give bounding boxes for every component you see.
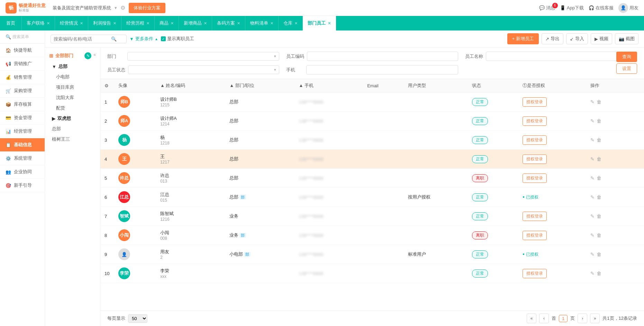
dept-item-project-storage[interactable]: 项目库房 [45, 82, 100, 92]
delete-button[interactable]: 🗑 [597, 137, 601, 143]
dept-item-headquarters-parent[interactable]: ▼ 总部 [45, 61, 100, 72]
add-employee-button[interactable]: + 新增员工 [507, 33, 539, 44]
filter-dept-select[interactable]: ▾ [127, 52, 279, 61]
edit-button[interactable]: ✎ [590, 271, 595, 276]
delete-button[interactable]: 🗑 [597, 194, 601, 200]
message-button[interactable]: 💬 消息 6 [539, 5, 555, 11]
video-button[interactable]: ▶ 视频 [591, 33, 612, 44]
delete-button[interactable]: 🗑 [597, 118, 601, 124]
sidebar-item-collab[interactable]: 👥 企业协同 [0, 165, 45, 179]
authorize-button[interactable]: 授权登录 [523, 116, 547, 126]
authorize-button[interactable]: 授权登录 [523, 174, 547, 183]
per-page-select[interactable]: 50 100 200 [128, 314, 147, 323]
tab-profit[interactable]: 利润报告 ✕ [88, 16, 121, 30]
show-resigned-toggle[interactable]: ✓ 显示离职员工 [161, 36, 194, 42]
sidebar-item-purchase[interactable]: 🛒 采购管理 [0, 84, 45, 98]
tab-customer[interactable]: 客户联络 ✕ [22, 16, 55, 30]
tab-bom[interactable]: 物料清单 ✕ [245, 16, 279, 30]
tab-home[interactable]: 首页 [0, 16, 22, 30]
export-button[interactable]: ↗ 导出 [542, 33, 563, 44]
authorize-button[interactable]: 授权登录 [523, 97, 547, 107]
edit-button[interactable]: ✎ [590, 99, 595, 105]
edit-button[interactable]: ✎ [590, 175, 595, 181]
online-service-button[interactable]: 🎧 在线客服 [589, 5, 614, 11]
filter-setting-button[interactable]: 设置 [616, 63, 637, 74]
authorize-button[interactable]: 授权登录 [523, 155, 547, 164]
cell-phone: 138****8888 [294, 112, 363, 131]
settings-icon[interactable]: ⚙ [120, 5, 125, 11]
filter-phone-input[interactable] [306, 65, 458, 74]
next-page-button[interactable]: › [578, 314, 587, 323]
cell-operations: ✎🗑 [586, 188, 644, 207]
col-dept[interactable]: ▲ 部门/职位 [225, 79, 294, 92]
dept-all-label[interactable]: 全部部门 [55, 53, 73, 59]
delete-button[interactable]: 🗑 [597, 175, 601, 181]
edit-button[interactable]: ✎ [590, 156, 595, 162]
edit-button[interactable]: ✎ [590, 232, 595, 238]
delete-button[interactable]: 🗑 [597, 156, 601, 162]
filter-status-select[interactable]: ▾ [128, 65, 279, 74]
sidebar-item-inventory[interactable]: 📦 库存核算 [0, 98, 45, 111]
last-page-button[interactable]: » [590, 314, 600, 323]
dept-item-small-electric[interactable]: 小电部 [45, 72, 100, 82]
sidebar-item-marketing[interactable]: 📢 营销推广 [0, 57, 45, 71]
delete-button[interactable]: 🗑 [597, 252, 601, 257]
sidebar-item-shortcut[interactable]: 🏠 快捷导航 [0, 44, 45, 57]
edit-button[interactable]: ✎ [590, 137, 595, 143]
sidebar-item-system[interactable]: ⚙️ 系统管理 [0, 152, 45, 165]
authorize-button[interactable]: 授权登录 [523, 231, 547, 240]
dept-item-zhishu[interactable]: 植树王三 [45, 134, 100, 144]
edit-button[interactable]: ✎ [590, 252, 595, 257]
authorize-button[interactable]: 授权登录 [523, 212, 547, 221]
col-name[interactable]: ▲ 姓名/编码 [156, 79, 225, 92]
sidebar-item-ops[interactable]: 📊 经营管理 [0, 125, 45, 138]
delete-button[interactable]: 🗑 [597, 213, 601, 219]
emp-code: 1216 [160, 217, 221, 222]
dept-item-zongbu[interactable]: 总部 [45, 124, 100, 134]
dept-edit-button[interactable]: ✎ [84, 52, 91, 59]
search-input[interactable] [54, 36, 109, 42]
user-avatar-button[interactable]: 👤 用友 [618, 3, 638, 13]
tab-goods[interactable]: 商品 ✕ [155, 16, 179, 30]
delete-button[interactable]: 🗑 [597, 271, 601, 276]
dept-item-shuanghu[interactable]: ▶ 双虎想 [45, 113, 100, 124]
screenshot-button[interactable]: 📷 截图 [615, 33, 638, 44]
search-input-wrap[interactable]: 🔍 [51, 35, 127, 43]
dept-item-shenyang[interactable]: 沈阳大库 [45, 92, 100, 103]
delete-button[interactable]: 🗑 [597, 99, 601, 105]
trial-button[interactable]: 体验行业方案 [129, 3, 165, 13]
filter-empcode-input[interactable] [307, 52, 458, 61]
more-conditions-btn[interactable]: ▼ 更多条件 ▲ [129, 36, 158, 42]
delete-button[interactable]: 🗑 [597, 232, 601, 238]
edit-button[interactable]: ✎ [590, 213, 595, 219]
sidebar-search[interactable]: 🔍 搜索菜单 [0, 30, 45, 44]
dept-item-distribution[interactable]: 配货 [45, 103, 100, 113]
filter-search-button[interactable]: 查询 [616, 52, 637, 62]
col-phone[interactable]: ▲ 手机 [294, 79, 363, 92]
filter-empname-input[interactable] [486, 52, 637, 61]
cell-name: 用友2 [156, 245, 225, 264]
content-area: 🔍 ▼ 更多条件 ▲ ✓ 显示离职员工 + 新增员工 ↗ 导出 ↙ 导入 [45, 30, 644, 326]
sidebar-item-finance[interactable]: 💳 资金管理 [0, 111, 45, 125]
app-download-button[interactable]: 📱 App下载 [560, 5, 584, 11]
sidebar-item-sales[interactable]: 💰 销售管理 [0, 71, 45, 84]
authorize-button[interactable]: 授权登录 [523, 269, 547, 278]
dept-collapse-button[interactable]: « [93, 52, 96, 59]
tab-operation[interactable]: 经营情况 ✕ [55, 16, 88, 30]
import-button[interactable]: ↙ 导入 [566, 33, 588, 44]
tab-new-goods[interactable]: 新增商品 ✕ [179, 16, 212, 30]
sidebar-label-marketing: 营销推广 [14, 61, 32, 67]
tab-warehouse[interactable]: 仓库 ✕ [279, 16, 303, 30]
edit-button[interactable]: ✎ [590, 118, 595, 124]
authorize-button[interactable]: 授权登录 [523, 135, 547, 145]
tab-dept[interactable]: 部门员工 ✕ [303, 16, 336, 30]
prev-page-button[interactable]: ‹ [539, 314, 549, 323]
sidebar-item-basic[interactable]: 📋 基础信息 [0, 138, 45, 152]
cell-operations: ✎🗑 [586, 112, 644, 131]
tab-history[interactable]: 经营历程 ✕ [121, 16, 155, 30]
edit-button[interactable]: ✎ [590, 194, 595, 200]
tab-barcode[interactable]: 条码方案 ✕ [212, 16, 245, 30]
col-settings[interactable]: ⚙ [100, 79, 114, 92]
sidebar-item-guide[interactable]: 🎯 新手引导 [0, 179, 45, 192]
first-page-button[interactable]: « [527, 314, 536, 323]
